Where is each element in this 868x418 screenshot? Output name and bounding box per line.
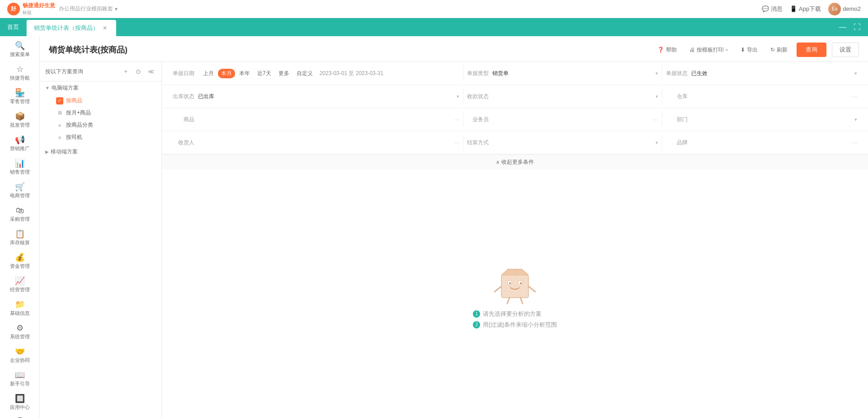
tree-section-mobile: ▶ 移动端方案 [40,145,161,158]
star-icon: ☆ [16,65,24,73]
sidebar-item-shortcut[interactable]: ☆ 快捷导航 [0,62,39,85]
finance-icon: 💰 [15,253,25,261]
filter-recipient: 收货人 ··· [169,135,463,150]
marketing-icon: 📢 [15,136,25,144]
sidebar-item-enterprise[interactable]: 🤝 企业协同 [0,344,39,367]
sidebar-item-finance[interactable]: 💰 资金管理 [0,250,39,273]
tab-minimize-button[interactable]: — [837,22,848,33]
filter-brand: 品牌 ··· [662,135,861,150]
empty-tip-2: 2 用[过滤]条件来缩小分析范围 [473,321,557,329]
warehouse-dots[interactable]: ··· [852,93,857,100]
logo-text: 畅捷通好生意 标版 [23,2,55,16]
topbar: 好 畅捷通好生意 标版 办公用品行业模拟账套 ▾ 💬 消息 📱 App下载 Ea… [0,0,868,18]
date-btn-custom[interactable]: 自定义 [293,69,316,78]
salesperson-dots[interactable]: ··· [653,116,658,123]
query-button[interactable]: 查询 [797,43,826,57]
retail-icon: 🏪 [15,89,25,97]
department-dropdown[interactable]: ▾ [854,117,857,123]
export-button[interactable]: ⬇ 导出 [737,44,761,56]
sidebar-item-wechat[interactable]: 💬 企业微信 [0,414,39,418]
print-dropdown-icon[interactable]: ▾ [726,48,728,52]
filter-date: 单据日期 上月 本月 本年 近7天 更多 自定义 20 [169,66,463,81]
brand-dots[interactable]: ··· [852,139,857,146]
date-btn-lastmonth[interactable]: 上月 [200,69,217,78]
download-icon: 📱 [790,5,797,12]
enterprise-icon: 🤝 [15,347,25,356]
section-arrow-mobile[interactable]: ▶ [45,149,49,154]
scheme-by-product[interactable]: ✓ 按商品 [51,95,161,107]
sidebar-item-marketing[interactable]: 📢 营销推广 [0,132,39,156]
chevron-down-icon[interactable]: ▾ [115,6,118,12]
sidebar-item-basic[interactable]: 📁 基础信息 [0,297,39,320]
sidebar-item-apps[interactable]: 🔲 应用中心 [0,391,39,414]
scheme-panel-actions: ＋ ⊙ ≪ [121,66,156,76]
collapse-panel-button[interactable]: ≪ [146,66,156,76]
topbar-left: 好 畅捷通好生意 标版 办公用品行业模拟账套 ▾ [7,2,118,16]
page-title: 销货单统计表(按商品) [49,44,127,55]
filter-row-3: 商品 ··· 业务员 ··· [162,108,868,131]
date-btn-thismonth[interactable]: 本月 [218,69,235,78]
sidebar-item-inventory[interactable]: 📋 库存核算 [0,226,39,250]
filter-row-2: 出库状态 已出库 ▾ 收款状态 ▾ [162,85,868,108]
date-btn-more[interactable]: 更多 [275,69,292,78]
tab-stats[interactable]: 销货单统计表（按商品） ✕ [27,20,116,36]
doc-status-dropdown[interactable]: ▾ [854,71,857,76]
product-dots[interactable]: ··· [454,116,460,123]
system-icon: ⚙ [16,324,24,332]
sidebar-item-operations[interactable]: 📈 经营管理 [0,273,39,297]
basic-icon: 📁 [15,300,25,309]
sidebar-item-retail[interactable]: 🏪 零售管理 [0,85,39,109]
operations-icon: 📈 [15,277,25,285]
sidebar-item-guide[interactable]: 📖 新手引导 [0,367,39,391]
help-icon: ❓ [657,47,664,53]
tab-home[interactable]: 首页 [0,18,27,36]
sidebar-item-sales[interactable]: 📊 销售管理 [0,156,39,179]
sidebar-item-purchase[interactable]: 🛍 采购管理 [0,203,39,226]
right-panel: 单据日期 上月 本月 本年 近7天 更多 自定义 20 [162,62,868,418]
sidebar-item-search[interactable]: 🔍 搜索菜单 [0,38,39,62]
svg-line-9 [520,298,523,304]
svg-line-8 [507,298,509,304]
recipient-dots[interactable]: ··· [454,139,460,146]
messages-button[interactable]: 💬 消息 [762,5,783,13]
svg-point-4 [509,282,511,284]
tab-close-stats[interactable]: ✕ [101,24,108,32]
filter-doc-status: 单据状态 已生效 ▾ [662,66,861,81]
app-download-button[interactable]: 📱 App下载 [790,5,821,13]
out-status-dropdown[interactable]: ▾ [457,94,459,100]
add-scheme-button[interactable]: ＋ [121,66,131,76]
empty-state: 1 请先选择要分析的方案 2 用[过滤]条件来缩小分析范围 [162,170,868,418]
scheme-by-custom[interactable]: ≡ 按司机 [51,131,161,143]
collapse-bar[interactable]: ∧ 收起更多条件 [162,154,868,170]
sidebar-item-ecommerce[interactable]: 🛒 电商管理 [0,179,39,203]
filter-settlement: 结算方式 ▾ [463,135,662,150]
filter-product: 商品 ··· [169,112,463,127]
help-button[interactable]: ❓ 帮助 [654,44,680,56]
print-button[interactable]: 🖨 按模板打印 ▾ [686,44,731,56]
tab-expand-button[interactable]: ⛶ [852,22,863,33]
wholesale-icon: 📦 [15,112,25,120]
sidebar-item-wholesale[interactable]: 📦 批发管理 [0,109,39,132]
svg-line-6 [495,286,501,292]
sales-icon: 📊 [15,159,25,167]
scheme-panel-header: 按以下方案查询 ＋ ⊙ ≪ [40,62,161,81]
section-arrow-desktop[interactable]: ▼ [45,86,50,90]
scheme-by-category[interactable]: ≡ 按商品分类 [51,119,161,131]
scheme-by-month-product[interactable]: ⊞ 按月+商品 [51,107,161,119]
content-area: 销货单统计表(按商品) ❓ 帮助 🖨 按模板打印 ▾ ⬇ 导出 ↻ 刷新 [40,36,868,418]
doc-type-dropdown[interactable]: ▾ [656,71,658,76]
filter-row-1: 单据日期 上月 本月 本年 近7天 更多 自定义 20 [162,62,868,85]
user-menu[interactable]: Ea demo2 [828,3,861,15]
payment-status-dropdown[interactable]: ▾ [656,94,658,100]
date-btn-7days[interactable]: 近7天 [254,69,274,78]
topbar-right: 💬 消息 📱 App下载 Ea demo2 [762,3,861,15]
settings-button[interactable]: 设置 [832,43,859,57]
sidebar-item-system[interactable]: ⚙ 系统管理 [0,320,39,344]
settlement-dropdown[interactable]: ▾ [656,140,658,146]
edit-scheme-button[interactable]: ⊙ [133,66,143,76]
split-layout: 按以下方案查询 ＋ ⊙ ≪ ▼ 电脑端方案 ✓ [40,62,868,418]
tip-num-1: 1 [473,310,480,318]
tip-num-2: 2 [473,321,480,328]
date-btn-thisyear[interactable]: 本年 [236,69,253,78]
refresh-button[interactable]: ↻ 刷新 [767,44,791,56]
